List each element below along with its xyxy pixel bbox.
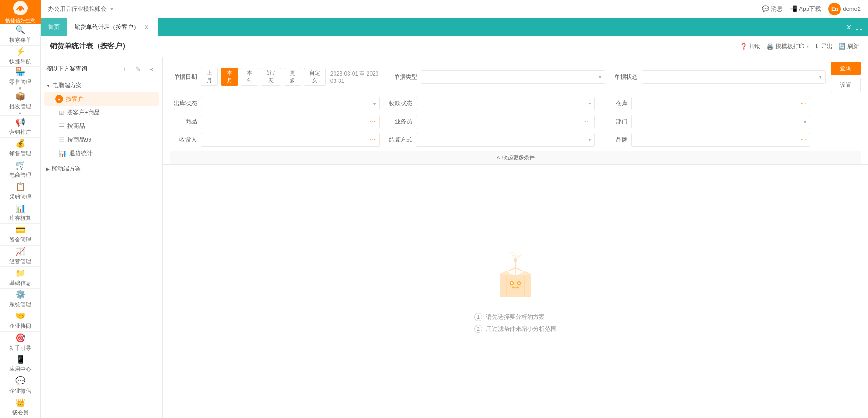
query-btn[interactable]: 查询 — [831, 62, 861, 75]
date-btn-this-month[interactable]: 本月 — [221, 68, 238, 86]
app-logo[interactable]: 畅捷信好生意 — [0, 0, 41, 24]
payment-label: 收款状态 — [385, 100, 412, 108]
plan-item-return-stats[interactable]: 📊 退货统计 — [44, 147, 159, 160]
plan-item-by-customer-product[interactable]: ⊞ 按客户+商品 — [44, 106, 159, 119]
sidebar-item-apps[interactable]: 📱 应用中心 — [0, 353, 41, 375]
sidebar-item-ecommerce-label: 电商管理 — [9, 171, 31, 179]
date-btn-custom[interactable]: 自定义 — [304, 68, 326, 86]
sidebar-item-inventory[interactable]: 📊 库存核算 — [0, 202, 41, 224]
sidebar-item-marketing[interactable]: 📢 营销推广 — [0, 116, 41, 138]
sidebar-item-ecommerce[interactable]: 🛒 电商管理 — [0, 159, 41, 181]
empty-tip-1-text: 请先选择要分析的方案 — [486, 313, 545, 321]
user-name: demo2 — [843, 5, 861, 12]
type-select[interactable]: ▾ — [421, 70, 605, 84]
date-btn-7days[interactable]: 近7天 — [261, 68, 281, 86]
dept-select[interactable]: ▾ — [631, 115, 810, 128]
ecommerce-icon: 🛒 — [15, 160, 25, 170]
svg-point-9 — [511, 282, 513, 284]
tab-home[interactable]: 首页 — [41, 18, 67, 36]
sidebar-item-search[interactable]: 🔍 搜索菜单 — [0, 24, 41, 46]
receiver-input[interactable]: ··· — [201, 133, 380, 147]
staff-dots[interactable]: ··· — [585, 118, 591, 126]
plan-item-by-customer-product-label: 按客户+商品 — [67, 109, 100, 117]
plan-item-by-product-99[interactable]: ☰ 按商品99 — [44, 133, 159, 147]
user-profile-btn[interactable]: Ea demo2 — [828, 3, 861, 15]
collapse-panel-btn[interactable]: « — [146, 63, 157, 74]
sidebar-item-retail[interactable]: 🏪 零售管理 ▼ — [0, 67, 41, 91]
sidebar-item-operation[interactable]: 📈 经营管理 — [0, 246, 41, 267]
payment-method-select[interactable]: ▾ — [416, 133, 595, 147]
table-icon: ☰ — [59, 123, 65, 130]
brand-dots[interactable]: ··· — [800, 136, 806, 144]
date-btn-more[interactable]: 更多 — [284, 68, 301, 86]
message-btn[interactable]: 💬 消息 — [762, 5, 783, 13]
collapse-more-btn[interactable]: ∧ 收起更多条件 — [170, 151, 861, 164]
plan-group-mobile-header[interactable]: ▶ 移动端方案 — [44, 162, 159, 176]
brand-input[interactable]: ··· — [631, 133, 810, 147]
date-range: 2023-03-01 至 2023-03-31 — [330, 70, 385, 84]
tab-close-icon[interactable]: ✕ — [143, 24, 150, 31]
topbar: 办公用品行业模拟账套 ▾ 💬 消息 📲 App下载 Ea demo2 — [41, 0, 868, 18]
export-icon: ⬇ — [814, 43, 819, 50]
type-select-arrow: ▾ — [599, 75, 601, 80]
sidebar-item-wholesale[interactable]: 📦 批发管理 ▲ — [0, 91, 41, 116]
filter-status-cell: 单据状态 ▾ — [611, 70, 826, 84]
out-select[interactable]: ▾ — [201, 97, 380, 110]
plan-item-by-customer[interactable]: ● 按客户 — [44, 92, 159, 106]
product-input[interactable]: ··· — [201, 115, 380, 128]
sidebar-item-member[interactable]: 👑 畅会员 — [0, 396, 41, 418]
left-panel-actions: + ✎ « — [119, 63, 157, 74]
status-select[interactable]: ▾ — [642, 70, 826, 84]
tab-maximize-icon[interactable]: ⛶ — [855, 23, 863, 31]
tab-sales-stats[interactable]: 销货单统计表（按客户） ✕ — [67, 18, 158, 36]
product-dropdown-icon[interactable]: ▾ — [110, 5, 113, 12]
search-icon: 🔍 — [15, 25, 25, 35]
tab-sales-stats-label: 销货单统计表（按客户） — [75, 23, 139, 31]
system-icon: ⚙️ — [15, 290, 25, 299]
sidebar-item-newbie-label: 新手引导 — [9, 344, 31, 352]
add-plan-btn[interactable]: + — [119, 63, 130, 74]
refresh-btn[interactable]: 🔄 刷新 — [838, 43, 859, 51]
sidebar-item-sales[interactable]: 💰 销售管理 — [0, 138, 41, 159]
receiver-dots[interactable]: ··· — [370, 136, 376, 144]
sidebar-item-system[interactable]: ⚙️ 系统管理 — [0, 289, 41, 310]
right-panel: 单据日期 上月 本月 本年 近7天 更多 自定义 2023-03-01 至 20… — [163, 57, 868, 418]
payment-select[interactable]: ▾ — [416, 97, 595, 110]
query-btn-group: 查询 设置 — [831, 62, 861, 92]
purchase-icon: 📋 — [15, 182, 25, 192]
product-dots[interactable]: ··· — [370, 118, 376, 126]
staff-input[interactable]: ··· — [416, 115, 595, 128]
date-btn-last-month[interactable]: 上月 — [201, 68, 218, 86]
plan-group-mobile-expand-icon: ▶ — [46, 166, 50, 171]
status-label: 单据状态 — [611, 73, 638, 81]
sidebar-item-newbie[interactable]: 🎯 新手引导 — [0, 332, 41, 353]
warehouse-input[interactable]: ··· — [631, 97, 810, 110]
product-label: 商品 — [170, 118, 197, 126]
sidebar-item-basic[interactable]: 📁 基础信息 — [0, 267, 41, 289]
date-btn-this-year[interactable]: 本年 — [241, 68, 258, 86]
app-name: 畅捷信好生意 — [5, 17, 35, 24]
print-btn[interactable]: 🖨️ 按模板打印 ▾ — [766, 43, 809, 51]
refresh-icon: 🔄 — [838, 43, 845, 50]
edit-plan-btn[interactable]: ✎ — [132, 63, 143, 74]
plan-item-by-product-label: 按商品 — [67, 122, 85, 130]
sidebar-item-shortcut-label: 快捷导航 — [9, 58, 31, 66]
page-title: 销货单统计表（按客户） — [50, 42, 129, 51]
plan-group-pc-header[interactable]: ▼ 电脑端方案 — [44, 79, 159, 92]
sidebar-item-inventory-label: 库存核算 — [9, 214, 31, 222]
sidebar-item-purchase[interactable]: 📋 采购管理 — [0, 180, 41, 202]
retail-icon: 🏪 — [15, 67, 25, 77]
sidebar-item-wechat[interactable]: 💬 企业微信 — [0, 375, 41, 397]
sidebar-item-enterprise[interactable]: 🤝 企业协同 — [0, 310, 41, 332]
svg-point-12 — [514, 258, 517, 262]
app-download-btn[interactable]: 📲 App下载 — [790, 5, 821, 13]
warehouse-dots[interactable]: ··· — [800, 100, 806, 108]
sidebar-item-finance[interactable]: 💳 资金管理 — [0, 224, 41, 246]
tab-close-all-icon[interactable]: ✕ — [846, 23, 852, 32]
plan-item-by-product[interactable]: ☰ 按商品 — [44, 119, 159, 133]
export-btn[interactable]: ⬇ 导出 — [814, 43, 833, 51]
help-btn[interactable]: ❓ 帮助 — [740, 43, 761, 51]
sidebar-item-shortcut[interactable]: ⚡ 快捷导航 — [0, 46, 41, 67]
sidebar-item-retail-label: 零售管理 — [9, 78, 31, 86]
settings-btn[interactable]: 设置 — [831, 78, 861, 92]
